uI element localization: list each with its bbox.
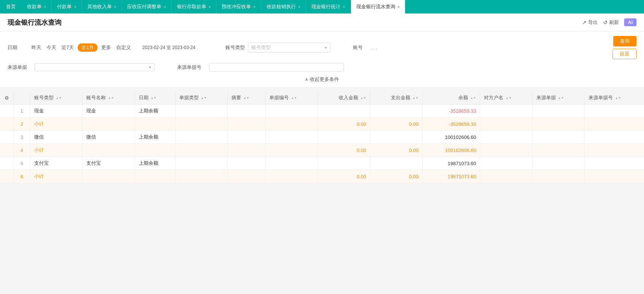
td-summary [228,144,266,157]
close-icon[interactable]: × [398,4,400,9]
th-doc-type[interactable]: 单据类型 ▲▼ [175,91,228,104]
source-doc-select[interactable]: ▾ [35,63,155,71]
th-account-type[interactable]: 账号类型 ▲▼ [30,91,83,104]
account-type-select[interactable]: 账号类型 ▾ [248,43,330,52]
th-expense[interactable]: 支出金额 ▲▼ [370,91,423,104]
nav-home[interactable]: 首页 [0,3,22,10]
th-counterpart[interactable]: 对方户名 ▲▼ [480,91,533,104]
td-date [135,144,175,157]
nav-tab-7[interactable]: 现金银行统计 × [306,0,351,13]
td-source-doc [532,157,585,170]
close-icon[interactable]: × [44,4,46,9]
header-actions: ↗ 导出 ↺ 刷新 Ai [582,18,636,26]
td-doc-no [266,104,318,118]
account-dots[interactable]: ... [371,44,378,51]
close-icon[interactable]: × [343,4,345,9]
td-balance: -3528659.33 [422,118,480,131]
th-settings[interactable]: ⚙ [0,91,14,104]
nav-tab-1[interactable]: 付款单 × [52,0,82,13]
td-account-type: 现金 [30,104,83,118]
nav-tab-4[interactable]: 银行存取款单 × [172,0,216,13]
td-expense: 0.00 [370,118,423,131]
td-balance: 100102606.60 [422,144,480,157]
td-doc-type [175,104,228,118]
td-date: 上期余额 [135,104,175,118]
td-account-name [83,144,135,157]
td-expense: 0.00 [370,170,423,183]
td-account-name: 微信 [83,131,135,144]
td-account-type: 小计 [30,144,83,157]
th-summary[interactable]: 摘要 ▲▼ [228,91,266,104]
td-row-num: 2 [14,118,30,131]
td-doc-type [175,170,228,183]
nav-tab-3[interactable]: 应收应付调整单 × [122,0,171,13]
td-balance: -3528659.33 [422,104,480,118]
nav-tab-6[interactable]: 收款核销执行 × [261,0,306,13]
date-opt-1month[interactable]: 近1月 [78,43,98,52]
nav-tab-5[interactable]: 预收冲应收单 × [216,0,261,13]
th-account-name[interactable]: 账号名称 ▲▼ [83,91,135,104]
page-header: 现金银行流水查询 ↗ 导出 ↺ 刷新 Ai [0,13,644,31]
date-opt-custom[interactable]: 自定义 [115,43,132,52]
td-account-type: 微信 [30,131,83,144]
nav-tab-0[interactable]: 收款单 × [22,0,52,13]
th-doc-no[interactable]: 单据编号 ▲▼ [266,91,318,104]
td-doc-type [175,144,228,157]
ai-button[interactable]: Ai [624,18,636,26]
date-opt-today[interactable]: 今天 [45,43,58,52]
nav-tab-8[interactable]: 现金银行流水查询 × [351,0,405,13]
date-label: 日期 [8,44,23,51]
close-icon[interactable]: × [298,4,300,9]
th-balance[interactable]: 余额 ▲▼ [422,91,480,104]
table-row: 5支付宝支付宝上期余额19871073.60 [0,157,644,170]
gear-icon[interactable]: ⚙ [5,95,9,101]
td-source-doc-no [585,104,644,118]
source-doc-num-input[interactable] [209,63,344,72]
table-row: 3微信微信上期余额100102606.60 [0,131,644,144]
sort-icon: ▲▼ [150,97,156,100]
td-income: 0.00 [318,144,370,157]
th-source-doc[interactable]: 来源单据 ▲▼ [532,91,585,104]
th-source-doc-no[interactable]: 来源单据号 ▲▼ [585,91,644,104]
td-income [318,157,370,170]
close-icon[interactable]: × [209,4,211,9]
table-row: 2小计0.000.00-3528659.33 [0,118,644,131]
td-expense [370,131,423,144]
td-expense [370,157,423,170]
date-opt-more[interactable]: 更多 [100,43,113,52]
td-income [318,131,370,144]
td-source-doc [532,170,585,183]
td-doc-type [175,131,228,144]
export-button[interactable]: ↗ 导出 [582,19,598,26]
settings-button[interactable]: 设置 [612,49,636,59]
collapse-bar[interactable]: ∧ 收起更多条件 [8,75,636,83]
close-icon[interactable]: × [74,4,76,9]
th-income[interactable]: 收入金额 ▲▼ [318,91,370,104]
sort-icon: ▲▼ [201,97,207,100]
td-summary [228,131,266,144]
date-opt-yesterday[interactable]: 昨天 [30,43,43,52]
td-gear [0,131,14,144]
td-summary [228,104,266,118]
filter-row-2: 来源单据 ▾ 来源单据号 [8,63,636,72]
td-source-doc [532,118,585,131]
sort-icon: ▲▼ [56,97,62,100]
td-counterpart [480,170,533,183]
td-date: 上期余额 [135,157,175,170]
close-icon[interactable]: × [253,4,255,9]
query-button[interactable]: 查询 [613,36,636,46]
date-opt-7days[interactable]: 近7天 [60,43,75,52]
chevron-down-icon: ▾ [325,45,327,50]
refresh-button[interactable]: ↺ 刷新 [603,19,619,26]
td-counterpart [480,157,533,170]
close-icon[interactable]: × [114,4,116,9]
close-icon[interactable]: × [164,4,166,9]
nav-tab-2[interactable]: 其他收入单 × [82,0,122,13]
td-account-name [83,118,135,131]
chevron-up-icon: ∧ [305,77,308,82]
td-date: 上期余额 [135,131,175,144]
td-row-num: 1 [14,104,30,118]
th-date[interactable]: 日期 ▲▼ [135,91,175,104]
sort-icon: ▲▼ [470,97,476,100]
td-expense: 0.00 [370,144,423,157]
